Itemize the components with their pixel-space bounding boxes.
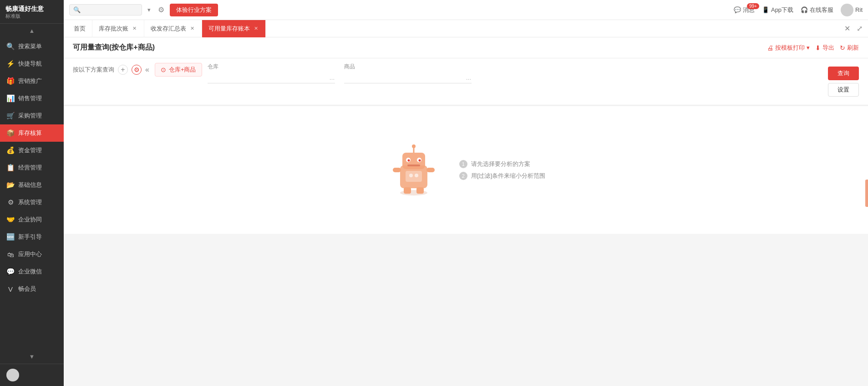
empty-state: 1 请先选择要分析的方案 2 用[过滤]条件来缩小分析范围 <box>64 106 868 234</box>
tabs-right-actions: ✕ ⤢ <box>843 24 864 33</box>
export-button[interactable]: ⬇ 导出 <box>815 44 834 52</box>
goods-field: 商品 … <box>344 63 472 83</box>
search-dropdown-button[interactable]: ▾ <box>146 6 152 13</box>
print-icon: 🖨 <box>767 44 773 51</box>
warehouse-label: 仓库 <box>208 63 335 71</box>
clipboard-icon: 📋 <box>6 164 15 172</box>
scheme-icon: ⊙ <box>161 66 166 73</box>
sidebar-item-search[interactable]: 🔍 搜索菜单 <box>0 38 64 55</box>
sidebar-item-label: 采购管理 <box>18 112 42 120</box>
svg-rect-13 <box>426 168 435 172</box>
scheme-item-warehouse-goods[interactable]: ⊙ 仓库+商品 <box>155 63 202 77</box>
folder-icon: 📂 <box>6 181 15 189</box>
refresh-button[interactable]: ↻ 刷新 <box>840 44 859 52</box>
page-header: 可用量查询(按仓库+商品) 🖨 按模板打印 ▾ ⬇ 导出 ↻ 刷新 <box>64 37 868 58</box>
settings-scheme-button[interactable]: ⚙ <box>132 65 142 75</box>
topbar: 🔍 ▾ ⚙ 体验行业方案 💬 消息 99+ 📱 App下载 🎧 在线客服 Rit <box>64 0 868 20</box>
tab-expand-button[interactable]: ⤢ <box>855 24 864 33</box>
search-icon: 🔍 <box>6 42 15 51</box>
add-scheme-button[interactable]: + <box>118 65 128 75</box>
vip-icon: V <box>6 285 15 293</box>
sidebar-footer[interactable] <box>0 364 64 386</box>
tab-batch[interactable]: 库存批次账 ✕ <box>92 20 144 37</box>
settings-button[interactable]: 设置 <box>828 83 859 97</box>
sidebar-item-finance[interactable]: 💰 资金管理 <box>0 142 64 159</box>
sidebar-scroll-down[interactable]: ▼ <box>0 350 64 364</box>
svg-point-5 <box>407 160 410 162</box>
sidebar-item-marketing[interactable]: 🎁 营销推广 <box>0 72 64 90</box>
edition-label: 标准版 <box>5 13 58 20</box>
query-button[interactable]: 查询 <box>828 67 859 80</box>
query-fields: 仓库 … 商品 … <box>208 63 823 83</box>
print-template-button[interactable]: 🖨 按模板打印 ▾ <box>767 44 810 52</box>
phone-icon: 📱 <box>762 6 769 13</box>
sidebar-item-member[interactable]: V 畅会员 <box>0 280 64 298</box>
message-button[interactable]: 💬 消息 99+ <box>734 6 755 14</box>
svg-rect-12 <box>393 168 401 172</box>
sidebar-item-purchase[interactable]: 🛒 采购管理 <box>0 107 64 124</box>
sidebar-item-enterprise[interactable]: 🤝 企业协同 <box>0 211 64 228</box>
sidebar-item-sales[interactable]: 📊 销售管理 <box>0 90 64 107</box>
lightning-icon: ⚡ <box>6 60 15 68</box>
tab-available[interactable]: 可用量库存账本 ✕ <box>202 20 266 37</box>
svg-rect-10 <box>404 187 411 194</box>
sidebar-item-label: 基础信息 <box>18 181 42 189</box>
sidebar-item-label: 畅会员 <box>18 285 36 293</box>
sidebar-item-label: 快捷导航 <box>18 60 42 68</box>
warehouse-input-wrapper: … <box>208 72 335 83</box>
filter-container: 按以下方案查询 + ⚙ « ⊙ 仓库+商品 仓库 … <box>64 58 868 105</box>
export-icon: ⬇ <box>815 44 821 51</box>
svg-point-6 <box>418 160 421 162</box>
money-icon: 💰 <box>6 146 15 154</box>
page-header-actions: 🖨 按模板打印 ▾ ⬇ 导出 ↻ 刷新 <box>767 44 859 52</box>
svg-rect-9 <box>407 165 420 166</box>
action-buttons: 查询 设置 <box>828 63 859 100</box>
sidebar-item-operations[interactable]: 📋 经营管理 <box>0 159 64 176</box>
sidebar: 畅康通好生意 标准版 ▲ 🔍 搜索菜单 ⚡ 快捷导航 🎁 营销推广 📊 销售管理… <box>0 0 64 386</box>
goods-label: 商品 <box>344 63 472 71</box>
new-icon: 🆕 <box>6 233 15 241</box>
brand-name: 畅康通好生意 <box>5 5 58 13</box>
tab-summary[interactable]: 收发存汇总表 ✕ <box>144 20 202 37</box>
sidebar-item-basics[interactable]: 📂 基础信息 <box>0 176 64 194</box>
industry-solution-button[interactable]: 体验行业方案 <box>170 4 218 16</box>
warehouse-more-icon[interactable]: … <box>330 75 335 81</box>
app-download-button[interactable]: 📱 App下载 <box>762 6 793 14</box>
tab-home[interactable]: 首页 <box>67 20 92 37</box>
gear-icon: ⚙ <box>6 198 15 206</box>
empty-tip-2: 2 用[过滤]条件来缩小分析范围 <box>459 172 545 180</box>
tip-text-1: 请先选择要分析的方案 <box>471 160 530 168</box>
tab-available-close[interactable]: ✕ <box>253 26 259 32</box>
empty-illustration <box>386 143 441 197</box>
sidebar-item-appstore[interactable]: 🛍 应用中心 <box>0 246 64 263</box>
tab-batch-label: 库存批次账 <box>99 25 128 33</box>
topbar-search-input[interactable] <box>82 7 137 13</box>
sidebar-item-wechat[interactable]: 💬 企业微信 <box>0 263 64 280</box>
tip-number-2: 2 <box>459 172 467 180</box>
tab-summary-close[interactable]: ✕ <box>189 26 195 32</box>
right-scroll-hint <box>865 180 868 207</box>
svg-rect-11 <box>416 187 424 194</box>
sidebar-item-guide[interactable]: 🆕 新手引导 <box>0 228 64 246</box>
sidebar-scroll-up[interactable]: ▲ <box>0 24 64 38</box>
service-button[interactable]: 🎧 在线客服 <box>801 6 833 14</box>
sidebar-item-label: 搜索菜单 <box>18 42 42 51</box>
warehouse-field: 仓库 … <box>208 63 335 83</box>
topbar-gear-button[interactable]: ⚙ <box>156 5 166 14</box>
warehouse-input[interactable] <box>208 74 328 81</box>
sidebar-item-label: 新手引导 <box>18 233 42 241</box>
sidebar-item-shortcut[interactable]: ⚡ 快捷导航 <box>0 55 64 72</box>
cart-icon: 🛒 <box>6 112 15 120</box>
svg-point-16 <box>415 174 418 177</box>
collapse-filter-button[interactable]: « <box>145 66 149 74</box>
goods-more-icon[interactable]: … <box>466 75 472 81</box>
topbar-search-box[interactable]: 🔍 <box>69 4 142 15</box>
goods-input[interactable] <box>344 74 464 81</box>
user-profile[interactable]: Rit <box>841 4 863 16</box>
sidebar-item-inventory[interactable]: 📦 库存核算 <box>0 124 64 142</box>
sidebar-header: 畅康通好生意 标准版 <box>0 0 64 24</box>
sidebar-item-system[interactable]: ⚙ 系统管理 <box>0 194 64 211</box>
sidebar-nav: 🔍 搜索菜单 ⚡ 快捷导航 🎁 营销推广 📊 销售管理 🛒 采购管理 📦 库存核… <box>0 38 64 350</box>
tab-close-all-button[interactable]: ✕ <box>843 24 852 33</box>
tab-batch-close[interactable]: ✕ <box>131 26 137 32</box>
